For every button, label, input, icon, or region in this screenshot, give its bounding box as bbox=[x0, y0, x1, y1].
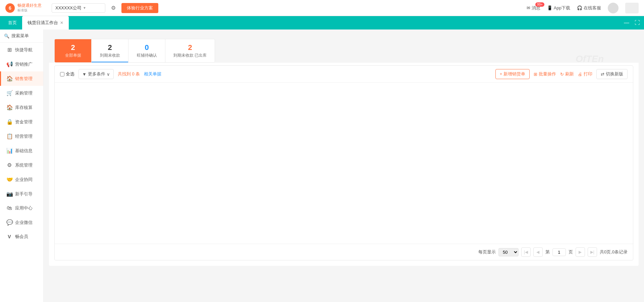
stats-section: 2 全部单据 2 到期未收款 0 旺辅待确认 2 到期未收款 已出库 bbox=[49, 35, 639, 63]
sidebar-item-marketing[interactable]: 📢 营销推广 bbox=[0, 57, 43, 71]
wangpu-count: 0 bbox=[137, 43, 157, 52]
count-value: 0 bbox=[132, 71, 135, 76]
toolbar-right: + 新增销货单 ⊞ 批量操作 ↻ 刷新 🖨 打印 ⇄ bbox=[495, 69, 628, 79]
tab-home[interactable]: 首页 bbox=[3, 16, 22, 29]
page-suffix: 页 bbox=[569, 249, 573, 255]
chevron-down-icon: ▼ bbox=[83, 6, 86, 10]
filter-button[interactable]: ▼ 更多条件 ∨ bbox=[78, 69, 114, 79]
sidebar-item-finance[interactable]: 🔒 资金管理 bbox=[0, 115, 43, 129]
operations-icon: 📋 bbox=[6, 133, 12, 139]
related-orders-link[interactable]: 相关单据 bbox=[144, 71, 161, 77]
search-icon: 🔍 bbox=[4, 34, 9, 39]
last-page-button[interactable]: ▶| bbox=[588, 247, 597, 257]
overdue-count: 2 bbox=[100, 43, 120, 52]
sidebar-item-basic[interactable]: 📊 基础信息 bbox=[0, 143, 43, 158]
toolbar: 全选 ▼ 更多条件 ∨ 共找到 0 条 相关单据 + 新增销货单 bbox=[55, 66, 633, 83]
avatar[interactable] bbox=[608, 3, 619, 13]
stats-tabs: 2 全部单据 2 到期未收款 0 旺辅待确认 2 到期未收款 已出库 bbox=[54, 39, 215, 63]
guide-icon: 📷 bbox=[6, 191, 12, 197]
table-body bbox=[55, 83, 633, 244]
switch-version-button[interactable]: ⇄ 切换新版 bbox=[596, 69, 628, 79]
sidebar-item-guide[interactable]: 📷 新手引导 bbox=[0, 187, 43, 201]
maximize-icon[interactable]: ⛶ bbox=[633, 18, 641, 27]
logo-icon: 6 bbox=[5, 3, 15, 13]
sidebar-item-operations[interactable]: 📋 经营管理 bbox=[0, 129, 43, 143]
tab-workbench[interactable]: 钱货日清工作台 ✕ bbox=[22, 16, 69, 29]
top-header: 6 畅捷通好生意 标准版 XXXXXX公司 ▼ ⚙ 体验行业方案 ✉ 消息 99… bbox=[0, 0, 644, 16]
sidebar-item-sales[interactable]: 🏠 销售管理 bbox=[0, 71, 43, 86]
pagination-bar: 每页显示 50 100 200 |◀ ◀ 第 页 ▶ ▶| 共0页,0条记录 bbox=[55, 244, 633, 260]
stats-tab-overdue-out[interactable]: 2 到期未收款 已出库 bbox=[165, 39, 215, 62]
app-download-button[interactable]: 📱 App下载 bbox=[547, 5, 570, 11]
nav-tabs-bar: 首页 钱货日清工作台 ✕ — ⛶ bbox=[0, 16, 644, 29]
sidebar-item-member[interactable]: V 畅会员 bbox=[0, 230, 43, 244]
online-service-button[interactable]: 🎧 在线客服 bbox=[577, 5, 601, 11]
per-page-select[interactable]: 50 100 200 bbox=[498, 248, 519, 256]
toolbar-left: 全选 ▼ 更多条件 ∨ 共找到 0 条 相关单据 bbox=[60, 69, 491, 79]
sidebar-item-wechat[interactable]: 💬 企业微信 bbox=[0, 215, 43, 230]
sales-icon: 🏠 bbox=[6, 75, 12, 82]
print-icon: 🖨 bbox=[578, 72, 582, 77]
company-name: XXXXXX公司 bbox=[55, 5, 82, 11]
sidebar-search[interactable]: 🔍 搜索菜单 bbox=[0, 29, 43, 43]
message-button[interactable]: ✉ 消息 99+ bbox=[527, 5, 540, 11]
filter-icon: ▼ bbox=[82, 72, 87, 77]
logo-sub: 标准版 bbox=[17, 8, 42, 13]
avatar-extra[interactable] bbox=[625, 3, 639, 13]
overdue-label: 到期未收款 bbox=[100, 53, 120, 58]
sidebar-item-inventory[interactable]: 🏠 库存核算 bbox=[0, 100, 43, 115]
select-all-input[interactable] bbox=[60, 72, 64, 76]
sidebar-item-purchase[interactable]: 🛒 采购管理 bbox=[0, 86, 43, 100]
settings-button[interactable]: ⚙ bbox=[108, 3, 119, 13]
found-count: 共找到 0 条 bbox=[118, 71, 140, 77]
basic-icon: 📊 bbox=[6, 147, 12, 154]
sidebar-item-quick-nav[interactable]: ⊞ 快捷导航 bbox=[0, 43, 43, 57]
first-page-button[interactable]: |◀ bbox=[521, 247, 531, 257]
content-wrapper: 2 全部单据 2 到期未收款 0 旺辅待确认 2 到期未收款 已出库 bbox=[49, 35, 639, 266]
inventory-icon: 🏠 bbox=[6, 104, 12, 111]
sidebar-item-system[interactable]: ⚙ 系统管理 bbox=[0, 158, 43, 172]
batch-icon: ⊞ bbox=[534, 72, 537, 77]
per-page-label: 每页显示 bbox=[478, 249, 496, 255]
nav-tabs-actions: — ⛶ bbox=[623, 18, 641, 27]
print-button[interactable]: 🖨 打印 bbox=[578, 71, 592, 77]
gear-icon: ⚙ bbox=[111, 5, 116, 11]
finance-icon: 🔒 bbox=[6, 119, 12, 125]
quick-nav-icon: ⊞ bbox=[6, 47, 12, 53]
switch-icon: ⇄ bbox=[601, 72, 604, 77]
message-icon: ✉ bbox=[527, 5, 530, 10]
sidebar-item-app-center[interactable]: 🛍 应用中心 bbox=[0, 201, 43, 215]
page-number-input[interactable] bbox=[552, 248, 566, 256]
overdue-out-label: 到期未收款 已出库 bbox=[173, 53, 207, 58]
stats-tab-overdue[interactable]: 2 到期未收款 bbox=[92, 39, 128, 62]
minimize-icon[interactable]: — bbox=[623, 18, 631, 27]
experience-button[interactable]: 体验行业方案 bbox=[121, 3, 158, 13]
batch-operation-button[interactable]: ⊞ 批量操作 bbox=[534, 71, 556, 77]
refresh-button[interactable]: ↻ 刷新 bbox=[560, 71, 574, 77]
service-icon: 🎧 bbox=[577, 5, 582, 10]
system-icon: ⚙ bbox=[6, 162, 12, 168]
app-center-icon: 🛍 bbox=[6, 205, 12, 211]
sidebar: 🔍 搜索菜单 ⊞ 快捷导航 📢 营销推广 🏠 销售管理 🛒 采购管理 🏠 库存核… bbox=[0, 29, 44, 302]
next-page-button[interactable]: ▶ bbox=[576, 247, 585, 257]
logo-area: 6 畅捷通好生意 标准版 bbox=[5, 3, 49, 13]
sidebar-item-enterprise[interactable]: 🤝 企业协同 bbox=[0, 172, 43, 187]
wangpu-label: 旺辅待确认 bbox=[137, 53, 157, 58]
enterprise-icon: 🤝 bbox=[6, 176, 12, 183]
refresh-icon: ↻ bbox=[560, 72, 564, 77]
main-content: 2 全部单据 2 到期未收款 0 旺辅待确认 2 到期未收款 已出库 bbox=[44, 29, 644, 302]
wechat-icon: 💬 bbox=[6, 219, 12, 226]
chevron-down-icon: ∨ bbox=[107, 72, 110, 77]
stats-tab-wangpu[interactable]: 0 旺辅待确认 bbox=[128, 39, 165, 62]
tab-close-icon[interactable]: ✕ bbox=[60, 20, 63, 25]
select-all-checkbox[interactable]: 全选 bbox=[60, 71, 74, 77]
company-selector[interactable]: XXXXXX公司 ▼ bbox=[52, 3, 105, 13]
app-icon: 📱 bbox=[547, 5, 552, 10]
prev-page-button[interactable]: ◀ bbox=[533, 247, 543, 257]
member-icon: V bbox=[6, 234, 12, 239]
new-sales-order-button[interactable]: + 新增销货单 bbox=[495, 69, 530, 79]
overdue-out-count: 2 bbox=[173, 43, 207, 52]
total-records: 共0页,0条记录 bbox=[600, 249, 628, 255]
stats-tab-all[interactable]: 2 全部单据 bbox=[55, 39, 92, 62]
purchase-icon: 🛒 bbox=[6, 90, 12, 96]
